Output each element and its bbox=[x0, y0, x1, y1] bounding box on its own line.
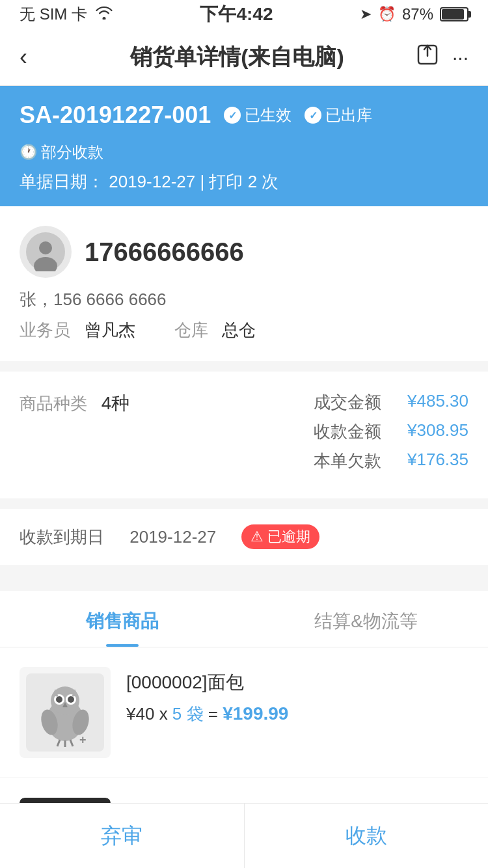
product-thumb-1: + bbox=[20, 667, 111, 758]
battery-label: 87% bbox=[402, 5, 433, 23]
divider-3 bbox=[0, 565, 488, 580]
svg-point-9 bbox=[56, 696, 62, 703]
status-right: ➤ ⏰ 87% bbox=[360, 5, 468, 23]
tab-settlement[interactable]: 结算&物流等 bbox=[244, 591, 488, 647]
divider-2 bbox=[0, 498, 488, 509]
share-button[interactable] bbox=[416, 43, 439, 71]
check-icon-2: ✓ bbox=[305, 107, 321, 124]
status-effected: ✓ 已生效 bbox=[224, 105, 291, 126]
warning-icon: ⚠ bbox=[251, 528, 264, 545]
nav-bar: ‹ 销货单详情(来自电脑) ··· bbox=[0, 29, 488, 86]
order-header: SA-20191227-001 ✓ 已生效 ✓ 已出库 🕐 部分收款 单据日期：… bbox=[0, 86, 488, 206]
check-icon-1: ✓ bbox=[224, 107, 241, 124]
customer-section: 17666666666 张，156 6666 6666 业务员 曾凡杰 仓库 总… bbox=[0, 206, 488, 361]
clock-icon: 🕐 bbox=[20, 144, 37, 161]
customer-name-phone: 张，156 6666 6666 bbox=[20, 288, 468, 311]
payment-due-section: 收款到期日 2019-12-27 ⚠ 已逾期 bbox=[0, 509, 488, 565]
product-price-1: ¥40 x 5 袋 = ¥199.99 bbox=[126, 703, 468, 726]
time-label: 下午4:42 bbox=[200, 2, 273, 27]
customer-phone: 17666666666 bbox=[85, 237, 244, 267]
order-date-row: 单据日期： 2019-12-27 | 打印 2 次 bbox=[20, 170, 468, 193]
carrier-label: 无 SIM 卡 bbox=[20, 4, 87, 25]
cancel-review-button[interactable]: 弃审 bbox=[0, 804, 245, 868]
received-amount-row: 收款金额 ¥308.95 bbox=[314, 420, 468, 443]
owed-amount-row: 本单欠款 ¥176.35 bbox=[314, 450, 468, 472]
avatar bbox=[20, 226, 72, 278]
deal-amount-row: 成交金额 ¥485.30 bbox=[314, 391, 468, 414]
status-dispatched: ✓ 已出库 bbox=[305, 105, 372, 126]
customer-row: 17666666666 bbox=[20, 226, 468, 278]
category-info: 商品种类 4种 bbox=[20, 391, 129, 416]
svg-point-10 bbox=[68, 696, 74, 703]
product-name-1: [0000002]面包 bbox=[126, 670, 468, 695]
warehouse-info: 仓库 总仓 bbox=[174, 319, 256, 342]
location-icon: ➤ bbox=[360, 6, 372, 23]
page-title: 销货单详情(来自电脑) bbox=[130, 42, 344, 72]
svg-text:+: + bbox=[79, 733, 87, 746]
amount-section: 商品种类 4种 成交金额 ¥485.30 收款金额 ¥308.95 本单欠款 ¥… bbox=[0, 372, 488, 498]
wifi-icon bbox=[95, 5, 113, 23]
back-button[interactable]: ‹ bbox=[20, 44, 59, 71]
order-id-row: SA-20191227-001 ✓ 已生效 ✓ 已出库 🕐 部分收款 bbox=[20, 102, 468, 163]
customer-meta: 业务员 曾凡杰 仓库 总仓 bbox=[20, 319, 468, 342]
sales-info: 业务员 曾凡杰 bbox=[20, 319, 135, 342]
amount-right: 成交金额 ¥485.30 收款金额 ¥308.95 本单欠款 ¥176.35 bbox=[314, 391, 468, 479]
battery-bar bbox=[440, 7, 468, 21]
product-info-1: [0000002]面包 ¥40 x 5 袋 = ¥199.99 bbox=[126, 667, 468, 726]
payment-due-label: 收款到期日 bbox=[20, 526, 104, 549]
alarm-icon: ⏰ bbox=[378, 6, 396, 23]
status-partial-payment: 🕐 部分收款 bbox=[20, 142, 103, 163]
overdue-badge: ⚠ 已逾期 bbox=[241, 524, 319, 549]
tab-products[interactable]: 销售商品 bbox=[0, 591, 244, 647]
divider-1 bbox=[0, 361, 488, 372]
collect-payment-button[interactable]: 收款 bbox=[245, 804, 489, 868]
tabs-section: 销售商品 结算&物流等 bbox=[0, 591, 488, 647]
status-left: 无 SIM 卡 bbox=[20, 4, 113, 25]
list-item: + [0000002]面包 ¥40 x 5 袋 = ¥199.99 bbox=[0, 647, 488, 778]
bottom-bar: 弃审 收款 bbox=[0, 803, 488, 868]
payment-due-date: 2019-12-27 bbox=[129, 527, 216, 547]
status-bar: 无 SIM 卡 下午4:42 ➤ ⏰ 87% bbox=[0, 0, 488, 29]
nav-actions: ··· bbox=[416, 43, 468, 71]
more-button[interactable]: ··· bbox=[452, 46, 468, 68]
svg-point-2 bbox=[39, 241, 52, 254]
order-id: SA-20191227-001 bbox=[20, 102, 211, 129]
